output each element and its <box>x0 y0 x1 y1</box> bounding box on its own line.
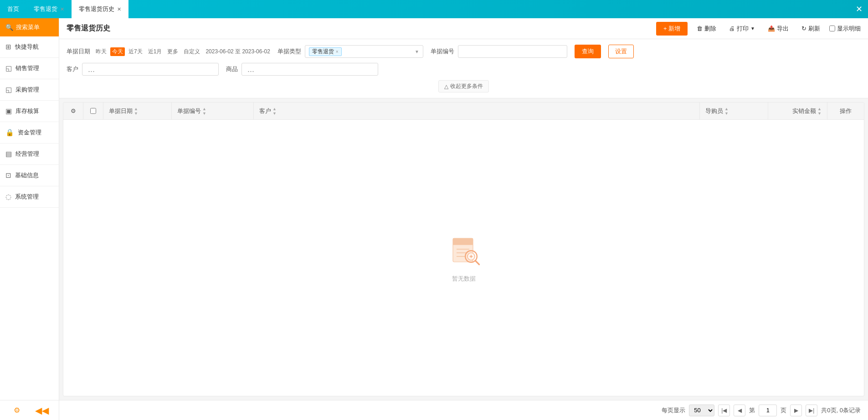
customer-input[interactable]: ... <box>82 63 219 76</box>
th-action: 操作 <box>827 102 864 119</box>
page-size-select[interactable]: 10 20 50 100 <box>689 405 714 416</box>
docno-sort-icon: ▲▼ <box>202 107 206 116</box>
total-info: 共0页, 0条记录 <box>821 406 861 415</box>
sidebar-settings-button[interactable]: ⚙ <box>10 403 24 418</box>
customer-sort-icon: ▲▼ <box>272 107 277 116</box>
sidebar-item-purchase-mgmt[interactable]: ◱ 采购管理 <box>0 79 59 101</box>
main-layout: 🔍 搜索菜单 ⊞ 快捷导航 ◱ 销售管理 ◱ 采购管理 ▣ 库存核算 🔒 资金 <box>0 18 868 420</box>
settings-icon: ⚙ <box>71 108 76 114</box>
sidebar-collapse-button[interactable]: ◀◀ <box>35 403 49 418</box>
amount-sort-icon: ▲▼ <box>817 107 822 116</box>
sidebar-item-system-mgmt[interactable]: ◌ 系统管理 <box>0 186 59 208</box>
tab-retail-return-history-close[interactable]: ✕ <box>117 6 121 12</box>
page-number-input[interactable] <box>759 405 777 416</box>
collapse-icon: △ <box>444 83 448 90</box>
prev-page-button[interactable]: ◀ <box>734 405 745 416</box>
page-title: 零售退货历史 <box>67 24 110 33</box>
filter-row-2: 客户 ... 商品 ... <box>67 63 861 76</box>
date-option-yesterday[interactable]: 昨天 <box>94 47 108 56</box>
sidebar-search[interactable]: 🔍 搜索菜单 <box>0 18 59 36</box>
doc-type-tag: 零售退货 × <box>309 47 342 56</box>
collapse-button[interactable]: △ 收起更多条件 <box>438 80 489 92</box>
table-header: ⚙ 单据日期 ▲▼ 单据编号 ▲▼ 客户 ▲▼ 导购员 <box>63 102 864 120</box>
doc-no-filter: 单据编号 <box>431 45 567 58</box>
sidebar-item-basic-info[interactable]: ⊡ 基础信息 <box>0 165 59 186</box>
goods-input[interactable]: ... <box>241 63 378 76</box>
print-button[interactable]: 🖨 打印 ▼ <box>725 23 759 35</box>
doc-no-input[interactable] <box>458 45 567 58</box>
query-button[interactable]: 查询 <box>575 45 601 58</box>
date-option-7days[interactable]: 近7天 <box>127 47 144 56</box>
doc-type-dropdown-icon: ▼ <box>415 49 419 54</box>
table-area: ⚙ 单据日期 ▲▼ 单据编号 ▲▼ 客户 ▲▼ 导购员 <box>63 102 864 396</box>
th-checkbox[interactable] <box>83 102 103 119</box>
customer-ellipsis: ... <box>86 65 97 74</box>
th-doc-no[interactable]: 单据编号 ▲▼ <box>172 102 254 119</box>
date-option-custom[interactable]: 自定义 <box>182 47 202 56</box>
customer-filter: 客户 ... <box>67 63 219 76</box>
th-customer[interactable]: 客户 ▲▼ <box>254 102 700 119</box>
sidebar-item-finance[interactable]: 🔒 资金管理 <box>0 122 59 143</box>
date-option-today[interactable]: 今天 <box>110 47 125 56</box>
window-close-button[interactable]: ✕ <box>850 0 868 18</box>
top-bar: 首页 零售退货 ✕ 零售退货历史 ✕ ✕ <box>0 0 868 18</box>
quick-nav-icon: ⊞ <box>5 43 11 51</box>
date-options: 昨天 今天 近7天 近1月 更多 自定义 <box>94 47 202 56</box>
export-icon: 📤 <box>768 25 775 32</box>
print-icon: 🖨 <box>729 25 735 32</box>
goods-ellipsis: ... <box>246 65 256 74</box>
tab-home[interactable]: 首页 <box>0 0 26 18</box>
sidebar-bottom: ⚙ ◀◀ <box>0 400 59 420</box>
th-settings[interactable]: ⚙ <box>63 102 83 119</box>
sidebar-item-sales-mgmt[interactable]: ◱ 销售管理 <box>0 58 59 79</box>
doc-type-tag-close[interactable]: × <box>336 49 339 54</box>
page-header: 零售退货历史 + 新增 🗑 删除 🖨 打印 ▼ 📤 导出 ↻ <box>59 18 868 39</box>
show-detail-input[interactable] <box>829 26 835 31</box>
inventory-icon: ▣ <box>5 107 12 115</box>
select-all-checkbox[interactable] <box>90 108 96 114</box>
settings-button[interactable]: 设置 <box>608 45 634 58</box>
first-page-button[interactable]: |◀ <box>718 405 730 416</box>
purchase-mgmt-icon: ◱ <box>5 86 12 94</box>
show-detail-checkbox[interactable]: 显示明细 <box>829 25 861 33</box>
doc-type-input[interactable]: 零售退货 × ▼ <box>305 45 423 58</box>
finance-icon: 🔒 <box>5 128 14 137</box>
tab-retail-return-history[interactable]: 零售退货历史 ✕ <box>72 0 128 18</box>
filter-area: 单据日期 昨天 今天 近7天 近1月 更多 自定义 2023-06-02 至 2… <box>59 39 868 98</box>
sidebar-item-quick-nav[interactable]: ⊞ 快捷导航 <box>0 36 59 58</box>
tab-retail-return[interactable]: 零售退货 ✕ <box>26 0 72 18</box>
goods-filter: 商品 ... <box>226 63 378 76</box>
tab-retail-return-close[interactable]: ✕ <box>60 6 64 12</box>
sidebar-item-inventory[interactable]: ▣ 库存核算 <box>0 101 59 122</box>
delete-icon: 🗑 <box>697 25 703 32</box>
table-body: 暂无数据 <box>63 120 864 396</box>
doc-type-filter: 单据类型 零售退货 × ▼ <box>277 45 423 58</box>
th-date[interactable]: 单据日期 ▲▼ <box>103 102 172 119</box>
system-mgmt-icon: ◌ <box>5 193 11 201</box>
sidebar-item-operation[interactable]: ▤ 经营管理 <box>0 143 59 165</box>
refresh-button[interactable]: ↻ 刷新 <box>798 23 824 35</box>
sidebar: 🔍 搜索菜单 ⊞ 快捷导航 ◱ 销售管理 ◱ 采购管理 ▣ 库存核算 🔒 资金 <box>0 18 59 420</box>
search-icon: 🔍 <box>5 24 13 31</box>
empty-state: 暂无数据 <box>446 233 482 283</box>
filter-row-1: 单据日期 昨天 今天 近7天 近1月 更多 自定义 2023-06-02 至 2… <box>67 45 861 58</box>
add-button[interactable]: + 新增 <box>656 22 688 36</box>
svg-rect-2 <box>453 238 473 245</box>
last-page-button[interactable]: ▶| <box>806 405 817 416</box>
date-option-1month[interactable]: 近1月 <box>146 47 164 56</box>
th-amount[interactable]: 实销金额 ▲▼ <box>768 102 827 119</box>
delete-button[interactable]: 🗑 删除 <box>693 23 720 35</box>
sales-mgmt-icon: ◱ <box>5 64 12 72</box>
export-button[interactable]: 📤 导出 <box>764 23 792 35</box>
guide-sort-icon: ▲▼ <box>724 107 729 116</box>
date-range: 2023-06-02 至 2023-06-02 <box>205 48 270 56</box>
date-option-more[interactable]: 更多 <box>165 47 180 56</box>
tab-list: 首页 零售退货 ✕ 零售退货历史 ✕ <box>0 0 850 18</box>
empty-state-icon <box>446 233 482 269</box>
svg-line-8 <box>475 261 479 265</box>
next-page-button[interactable]: ▶ <box>790 405 802 416</box>
page-actions: + 新增 🗑 删除 🖨 打印 ▼ 📤 导出 ↻ 刷新 <box>656 22 861 36</box>
sidebar-menu: ⊞ 快捷导航 ◱ 销售管理 ◱ 采购管理 ▣ 库存核算 🔒 资金管理 ▤ 经营管… <box>0 36 59 400</box>
th-guide[interactable]: 导购员 ▲▼ <box>700 102 768 119</box>
content-area: 零售退货历史 + 新增 🗑 删除 🖨 打印 ▼ 📤 导出 ↻ <box>59 18 868 420</box>
